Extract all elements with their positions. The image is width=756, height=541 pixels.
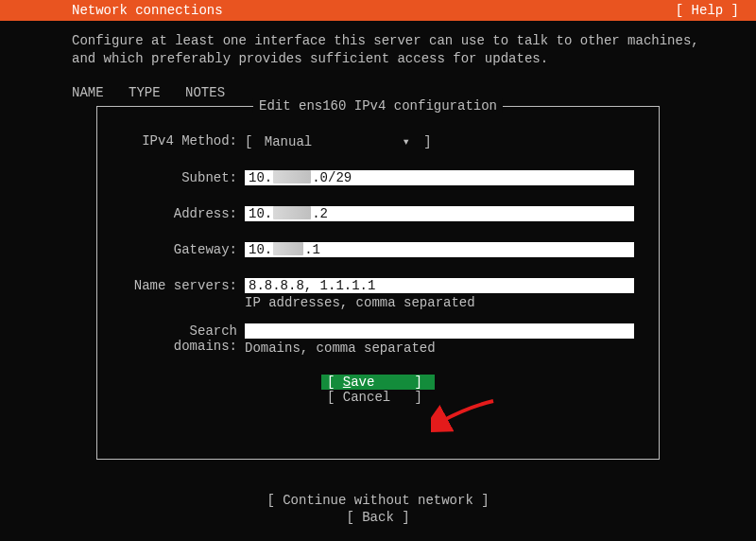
- back-button[interactable]: [ Back ]: [0, 509, 756, 526]
- nameservers-label: Name servers:: [122, 278, 245, 293]
- search-domains-label: Search domains:: [122, 323, 245, 354]
- gateway-label: Gateway:: [122, 242, 245, 257]
- chevron-down-icon: ▾: [401, 133, 412, 149]
- ipv4-method-label: IPv4 Method:: [122, 133, 245, 148]
- save-button[interactable]: [ SSaveave ]: [321, 375, 435, 390]
- search-domains-input[interactable]: [245, 323, 634, 339]
- instructions-line1: Configure at least one interface this se…: [72, 32, 739, 50]
- gateway-input[interactable]: 10..1: [245, 242, 634, 257]
- cancel-button[interactable]: [ Cancel ]: [321, 390, 435, 405]
- screen-title: Network connections: [72, 0, 223, 21]
- col-type: TYPE: [129, 85, 161, 100]
- ipv4-config-dialog: Edit ens160 IPv4 configuration IPv4 Meth…: [96, 106, 660, 460]
- instructions-line2: and which preferably provides sufficient…: [72, 50, 739, 68]
- help-button[interactable]: [ Help ]: [676, 0, 739, 21]
- subnet-input[interactable]: 10..0/29: [245, 170, 634, 185]
- nameservers-input[interactable]: 8.8.8.8, 1.1.1.1: [245, 278, 634, 293]
- col-notes: NOTES: [185, 85, 225, 100]
- continue-without-network-button[interactable]: [ Continue without network ]: [0, 492, 756, 509]
- address-input[interactable]: 10..2: [245, 206, 634, 221]
- footer-actions: [ Continue without network ] [ Back ]: [0, 492, 756, 526]
- col-name: NAME: [72, 85, 104, 100]
- search-domains-hint: Domains, comma separated: [245, 340, 634, 356]
- address-label: Address:: [122, 206, 245, 221]
- instructions: Configure at least one interface this se…: [72, 32, 739, 68]
- ipv4-method-select[interactable]: [ Manual▾ ]: [245, 133, 634, 149]
- subnet-label: Subnet:: [122, 170, 245, 185]
- dialog-title: Edit ens160 IPv4 configuration: [253, 98, 503, 113]
- nameservers-hint: IP addresses, comma separated: [245, 295, 634, 310]
- title-bar: Network connections [ Help ]: [0, 0, 756, 21]
